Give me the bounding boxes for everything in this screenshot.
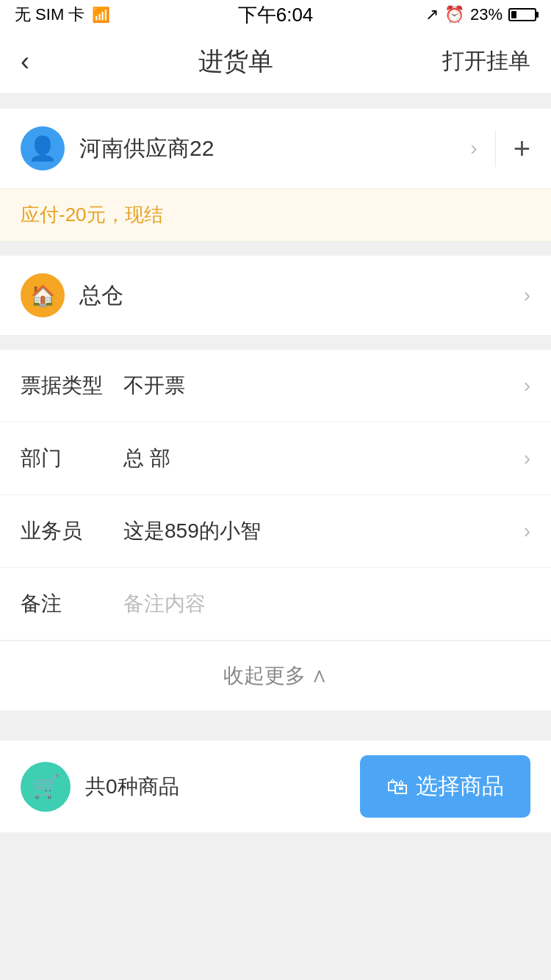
supplier-name: 河南供应商22 <box>79 134 470 164</box>
department-label: 部门 <box>21 444 109 472</box>
warehouse-name: 总仓 <box>79 281 524 311</box>
collapse-button[interactable]: 收起更多 ∧ <box>0 641 551 710</box>
invoice-type-label: 票据类型 <box>21 372 109 400</box>
wifi-icon: 📶 <box>92 6 110 24</box>
add-supplier-button[interactable]: + <box>514 134 530 163</box>
status-time: 下午6:04 <box>238 2 314 28</box>
open-pending-button[interactable]: 打开挂单 <box>442 46 530 76</box>
back-button[interactable]: ‹ <box>21 46 29 77</box>
department-chevron-icon: › <box>524 447 530 470</box>
notice-text: 应付-20元，现结 <box>21 203 163 226</box>
bottom-bar: 🛒 共0种商品 🛍 选择商品 <box>0 740 551 832</box>
avatar-person-icon: 👤 <box>28 134 57 162</box>
form-section: 票据类型 不开票 › 部门 总 部 › 业务员 这是859的小智 › 备注 备注… <box>0 350 551 710</box>
supplier-section: 👤 河南供应商22 › + 应付-20元，现结 <box>0 109 551 241</box>
content-area <box>0 832 551 980</box>
department-row[interactable]: 部门 总 部 › <box>0 422 551 495</box>
notice-bar: 应付-20元，现结 <box>0 189 551 241</box>
supplier-row: 👤 河南供应商22 › + <box>0 109 551 189</box>
supplier-avatar: 👤 <box>21 126 65 170</box>
product-icon-wrap: 🛒 <box>21 762 71 812</box>
location-icon: ↗ <box>425 5 439 24</box>
select-product-cart-icon: 🛍 <box>386 774 408 799</box>
product-icon: 🛒 <box>32 774 60 799</box>
select-product-button[interactable]: 🛍 选择商品 <box>360 755 530 818</box>
salesperson-chevron-icon: › <box>524 519 530 543</box>
status-left: 无 SIM 卡 📶 <box>15 4 110 26</box>
invoice-type-chevron-icon: › <box>524 374 530 397</box>
section-gap-1 <box>0 94 551 109</box>
warehouse-chevron-icon: › <box>524 284 530 307</box>
remark-input[interactable]: 备注内容 <box>109 590 530 618</box>
battery-fill <box>511 11 516 18</box>
battery-percentage: 23% <box>470 5 503 24</box>
status-bar: 无 SIM 卡 📶 下午6:04 ↗ ⏰ 23% <box>0 0 551 29</box>
supplier-chevron-icon[interactable]: › <box>470 137 477 160</box>
warehouse-icon-wrap: 🏠 <box>21 273 65 317</box>
page-title: 进货单 <box>198 45 273 79</box>
house-icon: 🏠 <box>30 284 56 308</box>
battery-bar <box>508 8 536 21</box>
carrier-text: 无 SIM 卡 <box>15 4 84 26</box>
product-count: 共0种商品 <box>85 773 360 801</box>
section-gap-2 <box>0 241 551 256</box>
status-right: ↗ ⏰ 23% <box>425 5 536 24</box>
remark-label: 备注 <box>21 590 109 618</box>
department-value: 总 部 <box>109 444 524 472</box>
vertical-divider <box>495 130 496 167</box>
salesperson-label: 业务员 <box>21 517 109 545</box>
salesperson-value: 这是859的小智 <box>109 517 524 545</box>
section-gap-3 <box>0 335 551 350</box>
nav-bar: ‹ 进货单 打开挂单 <box>0 29 551 94</box>
warehouse-row[interactable]: 🏠 总仓 › <box>0 256 551 335</box>
invoice-type-value: 不开票 <box>109 372 524 400</box>
salesperson-row[interactable]: 业务员 这是859的小智 › <box>0 495 551 568</box>
section-gap-4 <box>0 710 551 725</box>
collapse-label: 收起更多 ∧ <box>223 664 328 687</box>
alarm-icon: ⏰ <box>444 5 464 24</box>
remark-row[interactable]: 备注 备注内容 <box>0 568 551 641</box>
select-product-label: 选择商品 <box>416 771 504 801</box>
invoice-type-row[interactable]: 票据类型 不开票 › <box>0 350 551 422</box>
